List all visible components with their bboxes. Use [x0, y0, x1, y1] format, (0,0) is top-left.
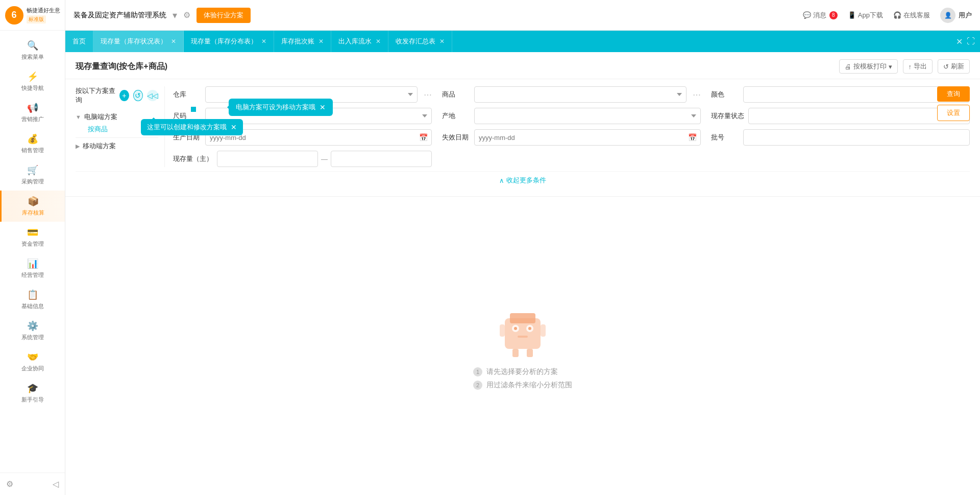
stock-dist-tab-label: 现存量（库存分布表） [191, 37, 257, 46]
page-header: 现存量查询(按仓库+商品) 🖨 按模板打印 ▾ ↑ 导出 ↺ 刷新 [65, 52, 980, 79]
tab-close-stock-dist[interactable]: ✕ [261, 38, 266, 45]
set-button[interactable]: 设置 [937, 105, 970, 121]
svg-rect-9 [512, 349, 519, 357]
print-icon: 🖨 [845, 63, 851, 70]
sidebar-item-operation[interactable]: 📊 经营管理 [0, 253, 65, 284]
tip-text-1: 请先选择要分析的方案 [486, 367, 558, 376]
export-button[interactable]: ↑ 导出 [903, 59, 933, 74]
operation-nav-icon: 📊 [27, 258, 38, 269]
app-download-button[interactable]: 📱 App下载 [848, 11, 883, 20]
sales-nav-icon: 💰 [27, 133, 38, 145]
stock-main-label: 现存量（主） [173, 154, 213, 163]
warehouse-more-icon[interactable]: ⋯ [424, 90, 432, 100]
tooltip-add-close-button[interactable]: ✕ [320, 103, 326, 111]
empty-tip-1: 1 请先选择要分析的方案 [473, 367, 572, 376]
finance-nav-icon: 💳 [27, 227, 38, 238]
avatar: 👤 [940, 8, 955, 23]
sidebar-item-marketing[interactable]: 📢 营销推广 [0, 97, 65, 128]
filter-row-3: 生产日期 📅 失效日期 📅 [173, 129, 970, 146]
tab-close-batch[interactable]: ✕ [318, 38, 324, 45]
empty-tips: 1 请先选择要分析的方案 2 用过滤条件来缩小分析范围 [473, 367, 572, 394]
stock-main-range: — [217, 151, 432, 167]
refresh-scheme-button[interactable]: ↺ [133, 90, 143, 101]
app-download-label: App下载 [858, 11, 883, 20]
tab-inout[interactable]: 出入库流水 ✕ [331, 31, 388, 52]
sidebar-item-enterprise[interactable]: 🤝 企业协同 [0, 346, 65, 378]
summary-tab-label: 收发存汇总表 [396, 37, 435, 46]
stock-main-filter: 现存量（主） — [173, 151, 432, 167]
industry-plan-button[interactable]: 体验行业方案 [197, 8, 251, 23]
prod-date-calendar-icon[interactable]: 📅 [419, 133, 428, 142]
tab-fullscreen-icon[interactable]: ⛶ [967, 37, 975, 46]
color-select[interactable] [743, 86, 970, 103]
sidebar-item-label: 系统管理 [21, 334, 44, 341]
stock-main-to-input[interactable] [331, 151, 432, 167]
collapse-sidebar-button[interactable]: ◁ [53, 479, 59, 489]
stock-status-tab-label: 现存量（库存状况表） [101, 37, 167, 46]
refresh-button[interactable]: ↺ 刷新 [938, 59, 970, 74]
tooltip-edit-close-button[interactable]: ✕ [231, 123, 237, 131]
sidebar-item-label: 快捷导航 [21, 84, 44, 92]
message-button[interactable]: 💬 消息 8 [803, 11, 838, 20]
exp-date-calendar-icon[interactable]: 📅 [688, 133, 697, 142]
goods-more-icon[interactable]: ⋯ [693, 90, 701, 100]
origin-select[interactable] [474, 108, 701, 124]
message-badge: 8 [829, 11, 838, 19]
tab-home[interactable]: 首页 [65, 31, 93, 52]
mobile-scheme-header[interactable]: ▶ 移动端方案 [76, 140, 158, 152]
tab-close-summary[interactable]: ✕ [439, 38, 445, 45]
svg-point-5 [528, 327, 531, 330]
svg-rect-8 [541, 324, 546, 337]
tab-close-inout[interactable]: ✕ [376, 38, 381, 45]
color-label: 颜色 [711, 90, 739, 99]
tab-stock-status[interactable]: 现存量（库存状况表） ✕ [93, 31, 184, 52]
sidebar-item-label: 基础信息 [21, 302, 44, 310]
stock-status-select[interactable] [748, 108, 970, 124]
scheme-dot-indicator [191, 107, 196, 112]
stock-main-from-input[interactable] [217, 151, 318, 167]
settings-footer-button[interactable]: ⚙ [6, 479, 13, 489]
exp-date-filter: 失效日期 📅 [442, 129, 701, 146]
tab-batch[interactable]: 库存批次账 ✕ [274, 31, 331, 52]
sidebar-footer: ⚙ ◁ [0, 473, 65, 495]
print-label: 按模板打印 [853, 62, 887, 71]
online-service-button[interactable]: 🎧 在线客服 [893, 11, 930, 20]
print-template-button[interactable]: 🖨 按模板打印 ▾ [839, 59, 898, 74]
tip-num-2: 2 [473, 381, 482, 390]
add-scheme-button[interactable]: + [119, 90, 129, 101]
sidebar-item-system[interactable]: ⚙️ 系统管理 [0, 315, 65, 346]
system-settings-icon[interactable]: ⚙ [183, 10, 190, 20]
sidebar-item-quick[interactable]: ⚡ 快捷导航 [0, 66, 65, 97]
tab-close-stock-status[interactable]: ✕ [171, 38, 176, 45]
content-area: 现存量查询(按仓库+商品) 🖨 按模板打印 ▾ ↑ 导出 ↺ 刷新 [65, 52, 980, 495]
tab-stock-dist[interactable]: 现存量（库存分布表） ✕ [184, 31, 274, 52]
tooltip-edit-text: 这里可以创建和修改方案哦 [147, 123, 227, 132]
sidebar-item-guide[interactable]: 🎓 新手引导 [0, 378, 65, 409]
goods-label: 商品 [442, 90, 470, 99]
tab-summary[interactable]: 收发存汇总表 ✕ [388, 31, 452, 52]
prev-scheme-button[interactable]: ◁◁ [147, 90, 158, 101]
main-area: 装备及固定资产辅助管理系统 ▾ ⚙ 体验行业方案 💬 消息 8 📱 App下载 … [65, 0, 980, 495]
sidebar-item-stock[interactable]: 📦 库存核算 [0, 191, 65, 222]
svg-rect-10 [527, 349, 533, 357]
sidebar-item-purchase[interactable]: 🛒 采购管理 [0, 159, 65, 191]
system-dropdown-icon[interactable]: ▾ [173, 10, 177, 21]
header-right: 💬 消息 8 📱 App下载 🎧 在线客服 👤 用户 [803, 8, 972, 23]
batch-label: 批号 [711, 133, 739, 142]
mobile-scheme-label: 移动端方案 [83, 142, 116, 151]
collapse-bar[interactable]: ∧ 收起更多条件 [76, 171, 970, 189]
goods-select[interactable] [474, 86, 687, 103]
exp-date-input[interactable] [474, 129, 701, 146]
user-area[interactable]: 👤 用户 [940, 8, 972, 23]
sidebar-item-search[interactable]: 🔍 搜索菜单 [0, 35, 65, 66]
pc-scheme-arrow: ▼ [76, 114, 81, 120]
stock-nav-icon: 📦 [28, 196, 39, 207]
tab-close-all-icon[interactable]: ✕ [956, 37, 963, 46]
sidebar-item-finance[interactable]: 💳 资金管理 [0, 222, 65, 253]
empty-tip-2: 2 用过滤条件来缩小分析范围 [473, 381, 572, 390]
query-button[interactable]: 查询 [937, 86, 970, 102]
batch-input[interactable] [743, 129, 970, 146]
sidebar-item-basic[interactable]: 📋 基础信息 [0, 284, 65, 315]
sidebar-item-sales[interactable]: 💰 销售管理 [0, 128, 65, 159]
mobile-scheme-group: ▶ 移动端方案 [76, 140, 158, 152]
